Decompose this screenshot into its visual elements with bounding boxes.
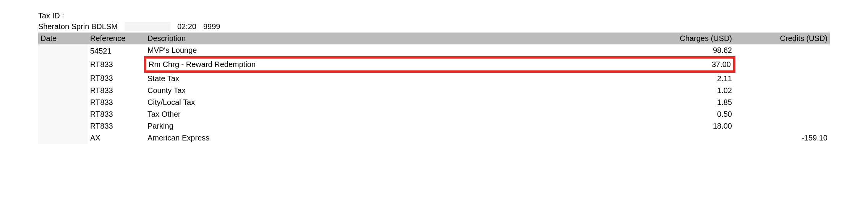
cell-reference: RT833	[88, 57, 145, 72]
col-charges: Charges (USD)	[639, 33, 734, 44]
table-row: RT833County Tax1.02	[38, 85, 830, 96]
cell-credits	[734, 44, 830, 57]
cell-credits	[734, 57, 830, 72]
cell-reference: RT833	[88, 120, 145, 132]
cell-description: State Tax	[145, 72, 639, 85]
col-description: Description	[145, 33, 639, 44]
cell-date	[38, 96, 88, 108]
cell-charges	[639, 132, 734, 144]
cell-credits: -159.10	[734, 132, 830, 144]
table-row: RT833Parking18.00	[38, 120, 830, 132]
cell-date	[38, 85, 88, 96]
cell-credits	[734, 85, 830, 96]
cell-description: American Express	[145, 132, 639, 144]
property-info-row: Sheraton Sprin BDLSM 02:20 9999	[38, 22, 830, 31]
cell-charges: 1.85	[639, 96, 734, 108]
cell-description: County Tax	[145, 85, 639, 96]
col-date: Date	[38, 33, 88, 44]
col-reference: Reference	[88, 33, 145, 44]
table-row: RT833Tax Other0.50	[38, 108, 830, 120]
cell-date	[38, 132, 88, 144]
cell-date	[38, 108, 88, 120]
cell-charges: 37.00	[639, 57, 734, 72]
redacted-block	[125, 22, 170, 31]
tax-id-line: Tax ID :	[38, 11, 830, 20]
code-value: 9999	[203, 22, 220, 31]
cell-reference: 54521	[88, 44, 145, 57]
cell-description: MVP's Lounge	[145, 44, 639, 57]
folio-header-row: Date Reference Description Charges (USD)…	[38, 33, 830, 44]
cell-credits	[734, 108, 830, 120]
cell-charges: 2.11	[639, 72, 734, 85]
cell-charges: 1.02	[639, 85, 734, 96]
cell-reference: AX	[88, 132, 145, 144]
table-row: RT833City/Local Tax1.85	[38, 96, 830, 108]
cell-charges: 18.00	[639, 120, 734, 132]
cell-credits	[734, 72, 830, 85]
time-stamp: 02:20	[177, 22, 196, 31]
property-name: Sheraton Sprin BDLSM	[38, 22, 118, 31]
cell-charges: 0.50	[639, 108, 734, 120]
cell-reference: RT833	[88, 72, 145, 85]
table-row: RT833Rm Chrg - Reward Redemption37.00	[38, 57, 830, 72]
cell-date	[38, 72, 88, 85]
cell-reference: RT833	[88, 108, 145, 120]
cell-reference: RT833	[88, 96, 145, 108]
cell-credits	[734, 96, 830, 108]
table-row: RT833State Tax2.11	[38, 72, 830, 85]
cell-credits	[734, 120, 830, 132]
cell-description: Rm Chrg - Reward Redemption	[145, 57, 639, 72]
table-row: 54521MVP's Lounge98.62	[38, 44, 830, 57]
table-row: AXAmerican Express-159.10	[38, 132, 830, 144]
col-credits: Credits (USD)	[734, 33, 830, 44]
cell-reference: RT833	[88, 85, 145, 96]
folio-table: Date Reference Description Charges (USD)…	[38, 33, 830, 144]
cell-description: Tax Other	[145, 108, 639, 120]
cell-description: City/Local Tax	[145, 96, 639, 108]
cell-date	[38, 57, 88, 72]
cell-date	[38, 120, 88, 132]
cell-date	[38, 44, 88, 57]
cell-charges: 98.62	[639, 44, 734, 57]
cell-description: Parking	[145, 120, 639, 132]
